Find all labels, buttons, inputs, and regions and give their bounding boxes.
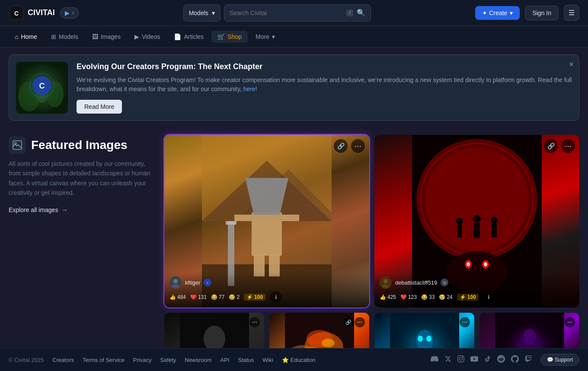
svg-text:C: C [39,82,45,90]
nav-videos-label: Videos [142,33,160,40]
card-1-laugh: 😂 77 [211,294,224,300]
header-right: ✦ Create ▾ Sign In ☰ [475,5,579,21]
card-2-laugh-count: 33 [429,294,435,300]
nav-item-images[interactable]: 🖼 Images [86,31,127,43]
footer-link-creators[interactable]: Creators [52,357,74,363]
image-card-1[interactable]: ⋯ 🔗 kftiger [164,135,369,308]
explore-all-link[interactable]: Explore all images → [9,206,156,213]
card-2-stats: 👍 425 ❤️ 123 😂 33 😢 2 [380,291,574,303]
cry-icon: 😢 [229,294,235,300]
search-input[interactable] [230,10,343,16]
card-2-cry: 😢 24 [439,294,452,300]
card-4-link-button[interactable]: 🔗 [343,317,354,327]
card-1-bolt-count: 100 [254,294,263,300]
thumbs-up-icon: 👍 [169,294,176,300]
youtube-icon[interactable] [470,355,478,365]
nav-more-label: More [256,33,269,40]
instagram-icon[interactable] [457,355,464,364]
card-1-menu-button[interactable]: ⋯ [351,139,365,153]
right-panel: ⋯ 🔗 kftiger [164,128,579,371]
logo-badge[interactable]: ▶ › [60,7,79,19]
footer-link-api[interactable]: API [220,357,229,363]
banner-link[interactable]: here [243,86,256,92]
featured-title: Featured Images [31,138,128,152]
logo[interactable]: C CIVITAI [9,5,55,21]
nav-item-videos[interactable]: ▶ Videos [128,31,166,43]
svg-point-39 [491,217,498,224]
discord-icon[interactable] [431,355,438,365]
slash-key: / [346,10,353,16]
reddit-icon[interactable] [497,355,505,365]
hamburger-button[interactable]: ☰ [564,5,579,21]
footer-link-education[interactable]: ⭐ Education [282,357,316,363]
models-label: Models [189,10,208,16]
laugh-icon-2: 😂 [421,294,428,300]
nav-item-more[interactable]: More ▾ [249,31,281,43]
badge-icon: ▶ [65,10,70,16]
nav-item-shop[interactable]: 🛒 Shop [211,31,248,43]
search-button[interactable]: 🔍 [357,9,365,17]
card-1-link-button[interactable]: 🔗 [334,139,348,153]
card-1-info-button[interactable]: ℹ [270,291,282,303]
footer-link-terms[interactable]: Terms of Service [83,357,125,363]
footer-link-wiki[interactable]: Wiki [262,357,273,363]
twitch-icon[interactable] [525,355,532,364]
x-twitter-icon[interactable] [444,355,451,364]
card-3-menu-button[interactable]: ⋯ [249,317,260,327]
bolt-icon-2: ⚡ [460,294,466,300]
home-icon: ⌂ [15,33,18,40]
nav-item-models[interactable]: ⊞ Models [45,31,84,43]
heart-icon: ❤️ [190,294,197,300]
featured-image-grid-top: ⋯ 🔗 kftiger [164,135,579,308]
models-dropdown[interactable]: Models ▾ [183,4,220,22]
svg-rect-19 [234,215,252,221]
videos-icon: ▶ [134,33,139,40]
announcement-banner: C Evolving Our Creators Program: The Nex… [9,54,579,121]
card-1-username: kftiger [185,279,200,286]
svg-text:C: C [14,10,19,17]
card-4-menu-button[interactable]: ⋯ [355,317,365,327]
svg-point-35 [456,218,463,225]
read-more-button[interactable]: Read More [77,100,122,114]
support-button[interactable]: 💬 Support [540,354,579,366]
main-nav: ⌂ Home ⊞ Models 🖼 Images ▶ Videos 📄 Arti… [0,26,588,48]
banner-title: Evolving Our Creators Program: The Next … [77,62,572,71]
featured-images-icon [9,136,26,154]
card-2-user-badge: ⊞ [441,279,448,286]
nav-item-home[interactable]: ⌂ Home [9,31,43,43]
svg-point-47 [383,279,388,283]
card-2-menu-button[interactable]: ⋯ [561,139,575,153]
footer-link-privacy[interactable]: Privacy [133,357,152,363]
bolt-icon: ⚡ [246,294,253,300]
nav-item-articles[interactable]: 📄 Articles [168,31,210,43]
card-1-bolt: ⚡ 100 [244,294,265,301]
footer-link-safety[interactable]: Safety [160,357,176,363]
card-6-menu-button[interactable]: ⋯ [565,317,575,327]
footer-link-newsroom[interactable]: Newsroom [185,357,211,363]
card-1-user: kftiger ✓ [169,276,364,289]
card-2-username: debattistacliff519 [395,279,437,286]
create-button[interactable]: ✦ Create ▾ [475,6,520,20]
footer-link-status[interactable]: Status [238,357,254,363]
card-2-avatar [380,276,392,289]
card-1-cry: 😢 2 [229,294,240,300]
nav-models-label: Models [59,33,78,40]
card-1-heart-count: 131 [198,294,207,300]
nav-home-label: Home [21,33,37,40]
card-2-thumbs-up-count: 425 [387,294,396,300]
nav-shop-label: Shop [227,33,242,40]
svg-point-68 [418,336,423,342]
footer-social-icons [431,355,532,365]
card-2-info-button[interactable]: ℹ [483,291,495,303]
card-1-user-badge: ✓ [204,279,211,286]
image-card-2[interactable]: ⋯ 🔗 debattistacliff519 [374,135,579,308]
svg-point-45 [484,262,487,266]
github-icon[interactable] [511,355,519,365]
card-2-heart: ❤️ 123 [400,294,417,300]
card-5-menu-button[interactable]: ⋯ [460,317,470,327]
sign-in-button[interactable]: Sign In [525,6,559,20]
banner-close-button[interactable]: × [569,60,574,69]
tiktok-icon[interactable] [484,355,491,364]
banner-image: C [16,62,68,114]
card-2-link-button[interactable]: 🔗 [544,139,558,153]
